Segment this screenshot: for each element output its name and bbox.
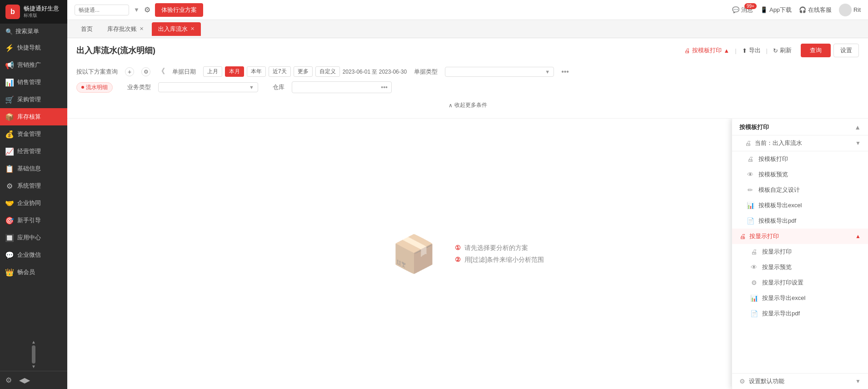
- industry-solution-button[interactable]: 体验行业方案: [155, 3, 203, 17]
- preview-icon: 👁: [747, 171, 754, 178]
- warehouse-more[interactable]: •••: [381, 84, 388, 91]
- sidebar-item-shortcut[interactable]: ⚡ 快捷导航: [0, 39, 67, 56]
- sidebar-item-finance[interactable]: 💰 资金管理: [0, 125, 67, 143]
- print-icon: 🖨: [747, 155, 754, 163]
- dropdown-footer[interactable]: ⚙ 设置默认功能 ▼: [732, 373, 868, 389]
- dropdown-current-item[interactable]: 🖨 当前：出入库流水 ▼: [732, 135, 868, 151]
- page-title: 出入库流水(流水明细): [76, 45, 155, 56]
- dropdown-item-template-excel[interactable]: 📊 按模板导出excel: [732, 198, 868, 213]
- dropdown-item-template-pdf[interactable]: 📄 按模板导出pdf: [732, 213, 868, 229]
- online-service-button[interactable]: 🎧 在线客服: [799, 6, 832, 14]
- dropdown-item-label: 按模板预览: [758, 170, 788, 179]
- sidebar-item-newbie[interactable]: 🎯 新手引导: [0, 212, 67, 229]
- sidebar-item-wechat[interactable]: 💬 企业微信: [0, 246, 67, 264]
- empty-state: 📦 ① 请先选择要分析的方案 ② 用[过滤]条件来缩小分析范围: [391, 233, 544, 275]
- newbie-icon: 🎯: [5, 216, 14, 224]
- sidebar: b 畅捷通好生意 标准版 🔍 搜索菜单 ⚡ 快捷导航 📢 营销推广 📊 销售管理…: [0, 0, 67, 389]
- display-section-arrow: ▲: [855, 233, 861, 239]
- date-btn-more[interactable]: 更多: [294, 66, 313, 77]
- doc-type-more[interactable]: •••: [561, 68, 569, 76]
- date-btn-thisyear[interactable]: 本年: [247, 66, 266, 77]
- doc-type-label: 单据类型: [414, 68, 438, 76]
- dropdown-subitem-label: 按显示打印: [762, 248, 792, 256]
- scroll-up-arrow[interactable]: ▲: [31, 340, 36, 344]
- message-button[interactable]: 💬 消息 99+: [732, 6, 753, 14]
- filter-add-button[interactable]: +: [125, 67, 134, 76]
- sidebar-item-collab[interactable]: 🤝 企业协同: [0, 194, 67, 212]
- sidebar-item-member[interactable]: 👑 畅会员: [0, 264, 67, 281]
- app-download-label: App下载: [769, 6, 792, 14]
- doc-type-input[interactable]: ▼: [445, 67, 554, 77]
- display-preview-icon: 👁: [750, 264, 758, 271]
- dropdown-item-label: 按模板导出excel: [758, 201, 802, 209]
- warehouse-input[interactable]: •••: [292, 81, 392, 93]
- app-logo-text: 畅捷通好生意 标准版: [24, 5, 59, 19]
- dropdown-item-template-print[interactable]: 🖨 按模板打印: [732, 151, 868, 167]
- dropdown-item-template-preview[interactable]: 👁 按模板预览: [732, 167, 868, 182]
- warehouse-label: 仓库: [273, 83, 284, 91]
- topbar-dropdown-arrow[interactable]: ▼: [134, 6, 140, 13]
- dropdown-item-label: 按模板打印: [758, 155, 788, 163]
- sidebar-bottom: ⚙ ◀▶: [0, 371, 67, 389]
- dropdown-subitem-label: 按显示导出excel: [762, 294, 805, 302]
- query-button[interactable]: 查询: [801, 44, 831, 57]
- sidebar-item-marketing[interactable]: 📢 营销推广: [0, 56, 67, 74]
- sidebar-item-purchase[interactable]: 🛒 采购管理: [0, 91, 67, 108]
- collapse-more-button[interactable]: ∧ 收起更多条件: [76, 98, 859, 113]
- date-btn-7days[interactable]: 近7天: [269, 66, 291, 77]
- scroll-thumb[interactable]: [32, 345, 35, 364]
- sidebar-item-sales[interactable]: 📊 销售管理: [0, 74, 67, 91]
- basic-icon: 📋: [5, 165, 14, 173]
- dropdown-collapse-icon[interactable]: ▲: [854, 124, 861, 131]
- filter-settings-button[interactable]: ⚙: [141, 67, 150, 76]
- refresh-button[interactable]: ↻ 刷新: [773, 46, 792, 55]
- topbar-search-input[interactable]: [75, 5, 129, 15]
- date-btn-lastmonth[interactable]: 上月: [203, 66, 222, 77]
- tab-batch[interactable]: 库存批次账 ✕: [101, 22, 150, 36]
- tab-flow-close[interactable]: ✕: [190, 26, 195, 32]
- sidebar-item-label: 营销推广: [17, 61, 41, 69]
- date-btn-thismonth[interactable]: 本月: [225, 66, 244, 77]
- tab-home[interactable]: 首页: [75, 22, 99, 36]
- topbar-gear-icon[interactable]: ⚙: [144, 5, 150, 14]
- sidebar-item-system[interactable]: ⚙ 系统管理: [0, 177, 67, 194]
- sidebar-item-label: 应用中心: [17, 234, 41, 242]
- sidebar-item-label: 畅会员: [17, 268, 35, 276]
- dropdown-subitem-label: 按显示打印设置: [762, 279, 803, 287]
- dropdown-item-display-settings[interactable]: ⚙ 按显示打印设置: [732, 275, 868, 290]
- settings-button[interactable]: 设置: [833, 44, 859, 57]
- shortcut-icon: ⚡: [5, 44, 14, 52]
- sidebar-item-business[interactable]: 📈 经营管理: [0, 143, 67, 160]
- filter-collapse-button[interactable]: 《: [158, 67, 165, 76]
- sidebar-item-label: 新手引导: [17, 216, 41, 224]
- biz-type-label: 业务类型: [127, 83, 151, 91]
- hint-2: ② 用[过滤]条件来缩小分析范围: [455, 256, 544, 264]
- dropdown-item-display-pdf[interactable]: 📄 按显示导出pdf: [732, 306, 868, 321]
- footer-arrow: ▼: [855, 378, 861, 384]
- tab-batch-close[interactable]: ✕: [140, 26, 144, 32]
- dropdown-item-template-design[interactable]: ✏ 模板自定义设计: [732, 182, 868, 198]
- user-avatar-button[interactable]: Rit: [839, 4, 861, 16]
- search-menu-label: 搜索菜单: [15, 27, 39, 35]
- app-download-button[interactable]: 📱 App下载: [760, 6, 792, 14]
- dropdown-display-section-header[interactable]: 🖨 按显示打印 ▲: [732, 229, 868, 244]
- hint-num-1: ①: [455, 244, 461, 251]
- export-button[interactable]: ⬆ 导出: [742, 46, 761, 55]
- biz-type-input[interactable]: ▼: [158, 82, 258, 92]
- settings-icon[interactable]: ⚙: [5, 376, 12, 384]
- collapse-icon[interactable]: ◀▶: [19, 376, 30, 384]
- date-btn-custom[interactable]: 自定义: [315, 66, 340, 77]
- tab-flow[interactable]: 出入库流水 ✕: [152, 22, 201, 36]
- sidebar-item-basic[interactable]: 📋 基础信息: [0, 160, 67, 177]
- app-name: 畅捷通好生意: [24, 5, 59, 13]
- search-menu-item[interactable]: 🔍 搜索菜单: [0, 24, 67, 39]
- dropdown-item-display-print[interactable]: 🖨 按显示打印: [732, 244, 868, 259]
- printer-icon: 🖨: [684, 47, 690, 54]
- sidebar-item-appcenter[interactable]: 🔲 应用中心: [0, 229, 67, 246]
- main-content: ▼ ⚙ 体验行业方案 💬 消息 99+ 📱 App下载 🎧 在线客服 Rit: [67, 0, 868, 389]
- dropdown-item-display-excel[interactable]: 📊 按显示导出excel: [732, 290, 868, 306]
- scroll-down-arrow[interactable]: ▼: [31, 364, 36, 369]
- sidebar-item-inventory[interactable]: 📦 库存核算: [0, 108, 67, 125]
- print-template-button[interactable]: 🖨 按模板打印 ▲: [684, 46, 729, 55]
- dropdown-item-display-preview[interactable]: 👁 按显示预览: [732, 259, 868, 275]
